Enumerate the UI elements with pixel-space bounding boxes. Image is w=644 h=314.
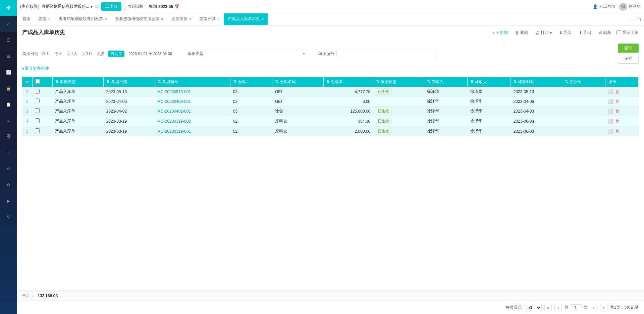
tab-invoice-open-close[interactable]: ✕ [217, 17, 220, 21]
row-creator: 徐泽华 [424, 126, 468, 136]
row-checkbox[interactable] [35, 118, 40, 123]
export-button[interactable]: ⬆ 导出 [577, 29, 593, 37]
row-delete-btn[interactable]: 🗑 [615, 99, 620, 104]
tab-invoice-calc[interactable]: 发票测算 ✕ [167, 13, 196, 25]
col-modifier[interactable]: ⇅ 修改人 [468, 77, 511, 87]
row-number-link[interactable]: MC-20230513-001 [157, 89, 191, 94]
tab-invoice-calc-close[interactable]: ✕ [189, 17, 192, 21]
query-button[interactable]: 查询 [618, 44, 639, 53]
tab-home-label: 首页 [22, 16, 31, 22]
page-size-select[interactable]: 50 20 100 [525, 304, 542, 311]
expand-conditions-btn[interactable]: ▾ 展开更多条件 [22, 66, 49, 71]
row-edit-btn[interactable]: ⬜ [608, 129, 613, 134]
custom-btn[interactable]: 自定义 [108, 51, 124, 57]
service-button[interactable]: 👤 人工咨询 [593, 4, 615, 9]
row-edit-btn[interactable]: ⬜ [608, 119, 613, 124]
delete-button[interactable]: 🗑 删除 [513, 29, 530, 37]
col-warehouse-name[interactable]: ⇅ 仓库名称 [272, 77, 323, 87]
row-checkbox[interactable] [35, 108, 40, 113]
type-dropdown-icon[interactable]: ▾ [303, 51, 305, 56]
row-number-link[interactable]: MC-20230406-001 [157, 99, 191, 104]
col-warehouse-code[interactable]: ⇅ 仓库... [230, 77, 272, 87]
more-btn[interactable]: 更多 [96, 51, 106, 57]
window-maximize-btn[interactable]: □ [638, 17, 641, 22]
sidebar-item-list[interactable]: ≡ [0, 113, 17, 129]
prev-page-btn[interactable]: ‹ [554, 304, 562, 311]
tab-purchase-vat[interactable]: 查看进项增值税专用发票 ✕ [111, 13, 167, 25]
sidebar-item-form[interactable]: 📋 [0, 97, 17, 113]
calendar-icon[interactable]: 📅 [174, 4, 179, 9]
sidebar-item-badge[interactable]: 🎖 [0, 145, 17, 161]
row-number-link[interactable]: MC-20230402-001 [157, 109, 191, 114]
col-creator[interactable]: ⇅ 制单人 [424, 77, 468, 87]
sidebar-item-lock[interactable]: 🔒 [0, 80, 17, 97]
col-modify-time[interactable]: ⇅ 修改时间 [511, 77, 562, 87]
col-date[interactable]: ⇅ 单据日期 [104, 77, 155, 87]
tab-invoice[interactable]: 发票 ✕ [35, 13, 55, 25]
tab-invoice-close[interactable]: ✕ [48, 17, 51, 21]
workbench-button[interactable]: 工作台 [101, 2, 121, 11]
sidebar-item-chart[interactable]: ▦ [0, 48, 17, 64]
row-edit-btn[interactable]: ⬜ [608, 89, 613, 94]
col-type[interactable]: ⇅ 单据类型 [52, 77, 103, 87]
new-button[interactable]: ＋ + 新增 [489, 29, 510, 37]
select-all-checkbox[interactable] [35, 79, 40, 84]
tab-product-history-close[interactable]: ✕ [261, 17, 264, 21]
next-page-btn[interactable]: › [590, 304, 597, 311]
show-detail-input[interactable] [616, 30, 621, 35]
filter-row-2: ▾ 展开更多条件 [22, 66, 639, 71]
month-btn[interactable]: 近1月 [81, 51, 94, 57]
col-settings[interactable]: ⚙ [22, 77, 32, 87]
row-edit-btn[interactable]: ⬜ [608, 99, 613, 104]
sidebar-item-doc[interactable]: ☰ [0, 32, 17, 48]
window-minimize-btn[interactable]: — [631, 17, 635, 22]
topbar-right: 👤 人工咨询 徐 徐泽华 [593, 3, 641, 11]
user-profile[interactable]: 徐 徐泽华 [619, 3, 641, 11]
sidebar-item-loop[interactable]: ↺ [0, 161, 17, 177]
first-page-btn[interactable]: « [544, 304, 552, 311]
tab-sales-vat[interactable]: 查看销项增值税专用发票 ✕ [55, 13, 111, 25]
show-detail-checkbox[interactable]: 显示明细 [616, 30, 639, 36]
type-filter-input[interactable] [206, 50, 306, 57]
col-total-cost[interactable]: ⇅ 总成本 [323, 77, 373, 87]
print-button[interactable]: 🖨 打印 ▾ [534, 29, 554, 37]
last-page-btn[interactable]: » [600, 304, 607, 311]
sidebar-item-home[interactable]: ⌂ [0, 16, 17, 32]
account-period: 账期 2023-05 📅 [149, 4, 179, 9]
col-status[interactable]: ⇅ 单据状态 [373, 77, 424, 87]
week-btn[interactable]: 近7天 [66, 51, 79, 57]
import-button[interactable]: ⬇ 导入 [557, 29, 574, 37]
tab-invoice-open[interactable]: 发票开具 ✕ [196, 13, 224, 25]
col-number[interactable]: ⇅ 单据编号 [155, 77, 230, 87]
badge-icon: 🎖 [6, 150, 10, 155]
page-number-input[interactable] [570, 304, 582, 311]
sidebar-item-settings[interactable]: ⚙ [0, 177, 17, 193]
tab-product-history[interactable]: 产成品入库单历史 ✕ [224, 13, 268, 25]
number-filter-input[interactable] [336, 50, 437, 57]
col-creator-sort-icon: ⇅ [427, 79, 430, 84]
switch-version-button[interactable]: 切到旧版 [124, 2, 146, 11]
tab-home[interactable]: 首页 [18, 13, 35, 25]
row-checkbox[interactable] [35, 89, 40, 93]
row-number-link[interactable]: MC-20230319-001 [157, 129, 191, 134]
sidebar-item-analytics[interactable]: 📈 [0, 64, 17, 80]
row-edit-btn[interactable]: ⬜ [608, 109, 613, 114]
sidebar-item-video[interactable]: ▶ [0, 193, 17, 209]
refresh-button[interactable]: ↺ 刷新 [597, 29, 613, 37]
row-delete-btn[interactable]: 🗑 [615, 119, 620, 124]
today-btn[interactable]: 今天 [53, 51, 64, 57]
row-number-link[interactable]: MC-20230319-002 [157, 119, 191, 124]
col-voucher-no[interactable]: ⇅ 凭证号 [562, 77, 605, 87]
sidebar-item-v[interactable]: V [0, 209, 17, 225]
sidebar-item-storage[interactable]: 🗄 [0, 129, 17, 145]
yesterday-btn[interactable]: 昨天 [40, 51, 51, 57]
company-selector[interactable]: (库存核算）直播轻捷通信息技术股份... ▾ [20, 4, 93, 9]
row-checkbox[interactable] [35, 99, 40, 103]
row-delete-btn[interactable]: 🗑 [615, 109, 620, 114]
row-delete-btn[interactable]: 🗑 [615, 129, 620, 134]
tab-purchase-vat-close[interactable]: ✕ [161, 17, 163, 21]
setting-button[interactable]: 设置 [618, 54, 639, 64]
row-checkbox[interactable] [35, 128, 40, 133]
tab-sales-vat-close[interactable]: ✕ [104, 17, 107, 21]
row-delete-btn[interactable]: 🗑 [615, 89, 620, 94]
